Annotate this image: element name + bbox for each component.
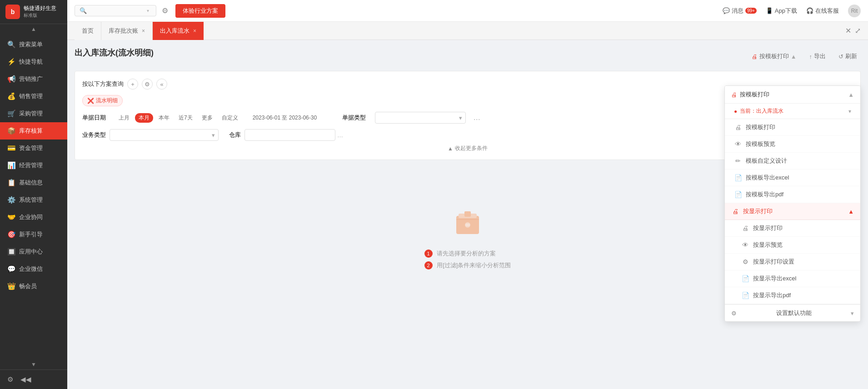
date-tab-custom[interactable]: 自定义	[218, 113, 242, 123]
tag-icon: ❌	[87, 98, 94, 104]
sidebar-collapse-icon[interactable]: ◀◀	[20, 375, 31, 384]
app-edition: 标准版	[24, 12, 56, 19]
type-select[interactable]	[375, 112, 466, 124]
display-print-settings-label: 按显示打印设置	[753, 258, 794, 266]
tab-inventory-flow-label: 出入库流水	[160, 27, 190, 35]
business-type-select[interactable]	[110, 129, 219, 141]
type-field-label: 单据类型	[342, 114, 368, 122]
warehouse-input[interactable]	[244, 129, 335, 141]
svg-rect-2	[464, 211, 471, 217]
user-avatar[interactable]: Rit	[848, 5, 861, 17]
tab-inventory-batch[interactable]: 库存批次账 ×	[101, 22, 153, 40]
print-dropdown-arrow[interactable]: ▲	[791, 53, 797, 60]
dropdown-item-display-pdf[interactable]: 📄 按显示导出pdf	[725, 287, 860, 304]
sidebar-item-member[interactable]: 👑 畅会员	[0, 278, 67, 295]
dropdown-current-label: 当前：出入库流水	[740, 107, 783, 115]
sidebar-scroll-up[interactable]: ▲	[0, 24, 67, 34]
sidebar-item-quick-nav-label: 快捷导航	[19, 58, 43, 66]
dropdown-header[interactable]: 🖨 按模板打印 ▲	[725, 86, 860, 104]
date-tab-this-year[interactable]: 本年	[155, 113, 173, 123]
dropdown-item-template-excel[interactable]: 📄 按模板导出excel	[725, 170, 860, 186]
dropdown-footer-settings[interactable]: ⚙ 设置默认功能 ▾	[725, 304, 860, 321]
sidebar-item-purchase-label: 采购管理	[19, 110, 43, 118]
export-btn[interactable]: ↑ 导出	[806, 50, 830, 62]
sidebar-item-quick-nav[interactable]: ⚡ 快捷导航	[0, 53, 67, 70]
sidebar-item-sales[interactable]: 💰 销售管理	[0, 88, 67, 105]
topbar-search-input[interactable]	[90, 8, 144, 14]
filter-add-btn[interactable]: +	[127, 79, 138, 90]
display-pdf-label: 按显示导出pdf	[753, 291, 791, 299]
sidebar-item-marketing[interactable]: 📢 营销推广	[0, 70, 67, 88]
topbar-search-dropdown-icon[interactable]: ▾	[147, 8, 149, 13]
display-print-section-arrow[interactable]: ▲	[848, 208, 854, 215]
date-tab-more[interactable]: 更多	[198, 113, 216, 123]
sidebar-item-system-label: 系统管理	[19, 196, 43, 204]
tabbar-close-icon[interactable]: ✕	[845, 26, 851, 35]
sidebar-item-purchase[interactable]: 🛒 采购管理	[0, 105, 67, 122]
dropdown-item-display-print[interactable]: 🖨 按显示打印	[725, 220, 860, 237]
dropdown-section-display-print[interactable]: 🖨 按显示打印 ▲	[725, 203, 860, 220]
newbie-icon: 🎯	[7, 230, 15, 239]
messages-btn[interactable]: 💬 消息 99+	[723, 7, 757, 15]
empty-step-1: 1 请先选择要分析的方案	[424, 249, 511, 258]
sidebar-scroll-down[interactable]: ▼	[0, 359, 67, 369]
type-more-icon[interactable]: …	[473, 114, 480, 122]
tab-home[interactable]: 首页	[75, 22, 101, 40]
dropdown-current-item: ● 当前：出入库流水 ▾	[725, 104, 860, 119]
sidebar-item-finance-label: 资金管理	[19, 144, 43, 152]
tab-inventory-flow-close[interactable]: ×	[193, 28, 196, 34]
current-dropdown-arrow[interactable]: ▾	[848, 108, 851, 115]
sidebar-item-system[interactable]: ⚙️ 系统管理	[0, 191, 67, 209]
dropdown-item-template-preview[interactable]: 👁 按模板预览	[725, 136, 860, 153]
dropdown-footer-label: 设置默认功能	[776, 309, 812, 317]
date-tab-last-month[interactable]: 上月	[115, 113, 133, 123]
dropdown-item-template-print[interactable]: 🖨 按模板打印	[725, 119, 860, 136]
dropdown-item-display-print-settings[interactable]: ⚙ 按显示打印设置	[725, 254, 860, 270]
trial-btn[interactable]: 体验行业方案	[175, 4, 225, 18]
display-preview-label: 按显示预览	[753, 241, 783, 249]
dropdown-item-display-excel[interactable]: 📄 按显示导出excel	[725, 270, 860, 287]
dropdown-title: 按模板打印	[740, 90, 769, 99]
online-service-btn[interactable]: 🎧 在线客服	[806, 7, 839, 15]
dropdown-item-display-preview[interactable]: 👁 按显示预览	[725, 237, 860, 254]
print-template-btn[interactable]: 🖨 按模板打印 ▲	[748, 50, 800, 62]
warehouse-more-icon[interactable]: …	[337, 132, 343, 139]
sidebar-item-appcenter-label: 应用中心	[19, 248, 43, 256]
sidebar-item-newbie[interactable]: 🎯 新手引导	[0, 226, 67, 243]
sidebar-settings-icon[interactable]: ⚙	[7, 375, 13, 384]
display-print-icon: 🖨	[741, 224, 749, 232]
filter-tag-item[interactable]: ❌ 流水明细	[82, 95, 123, 106]
dropdown-collapse-arrow[interactable]: ▲	[848, 91, 854, 98]
filter-collapse-btn[interactable]: «	[156, 79, 167, 90]
sidebar-item-cooperation[interactable]: 🤝 企业协同	[0, 209, 67, 226]
display-preview-icon: 👁	[741, 241, 749, 249]
tabbar-expand-icon[interactable]: ⤢	[855, 26, 861, 35]
date-tab-7days[interactable]: 近7天	[175, 113, 196, 123]
sidebar-item-search[interactable]: 🔍 搜索菜单	[0, 36, 67, 53]
sidebar-item-basic[interactable]: 📋 基础信息	[0, 174, 67, 191]
topbar-search[interactable]: 🔍 ▾	[75, 5, 156, 16]
footer-dropdown-arrow[interactable]: ▾	[851, 310, 854, 317]
app-download-btn[interactable]: 📱 App下载	[766, 7, 797, 15]
sidebar-item-finance[interactable]: 💳 资金管理	[0, 140, 67, 157]
dropdown-item-template-pdf[interactable]: 📄 按模板导出pdf	[725, 186, 860, 203]
filter-settings-btn[interactable]: ⚙	[142, 79, 153, 90]
topbar-gear-icon[interactable]: ⚙	[162, 6, 168, 15]
headset-icon: 🎧	[806, 7, 813, 14]
template-pdf-icon: 📄	[734, 191, 742, 198]
sidebar-item-appcenter[interactable]: 🔲 应用中心	[0, 243, 67, 260]
template-print-label: 按模板打印	[746, 123, 775, 131]
wechat-icon: 💬	[7, 265, 15, 273]
dropdown-item-template-custom[interactable]: ✏ 模板自定义设计	[725, 153, 860, 170]
tab-inventory-batch-close[interactable]: ×	[142, 28, 145, 34]
refresh-btn[interactable]: ↺ 刷新	[835, 50, 861, 62]
tab-inventory-flow[interactable]: 出入库流水 ×	[153, 22, 204, 40]
sidebar-item-wechat[interactable]: 💬 企业微信	[0, 260, 67, 278]
page-title: 出入库流水(流水明细)	[75, 47, 154, 58]
sidebar-item-operation[interactable]: 📊 经营管理	[0, 157, 67, 174]
sidebar-item-inventory[interactable]: 📦 库存核算	[0, 122, 67, 140]
date-tab-this-month[interactable]: 本月	[135, 113, 153, 123]
empty-illustration	[447, 200, 488, 242]
sidebar-item-member-label: 畅会员	[19, 282, 37, 290]
template-print-icon: 🖨	[734, 124, 742, 131]
